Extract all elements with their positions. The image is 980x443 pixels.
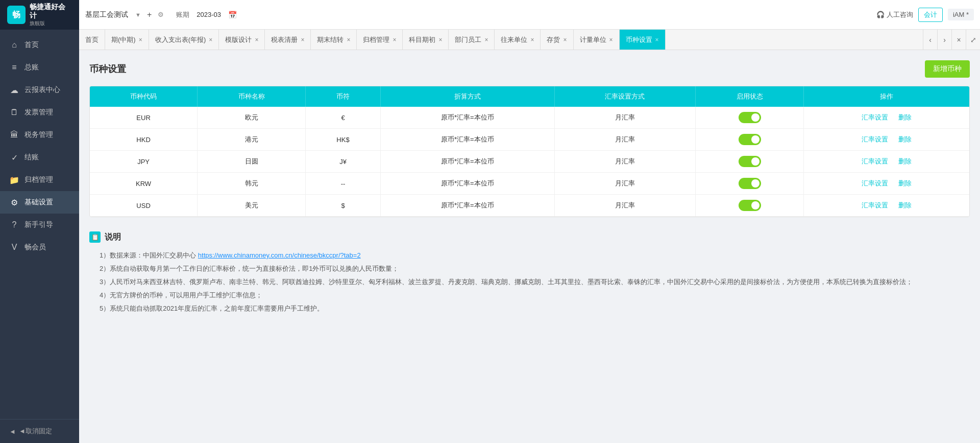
note-item-4: 4）无官方牌价的币种，可以用用户手工维护汇率信息； [100,289,970,302]
tab-label: 首页 [85,35,99,44]
close-tab-icon[interactable]: × [438,37,442,43]
sidebar-item-ledger[interactable]: ≡ 总账 [0,56,79,79]
tab-label: 计量单位 [580,35,606,44]
sidebar: 畅 畅捷通好会计 旗舰版 ⌂ 首页 ≡ 总账 ☁ 云报表中心 🗒 发票管理 🏛 … [0,0,79,443]
tab-expand-button[interactable]: ⤢ [966,30,980,50]
cloud-icon: ☁ [9,85,19,95]
sidebar-item-settle[interactable]: ✓ 结账 [0,146,79,169]
tax-icon: 🏛 [9,130,19,140]
tab-income[interactable]: 收入支出表(年报) × [149,30,219,50]
tab-close-all-button[interactable]: × [951,30,966,50]
tab-label: 模版设计 [225,35,252,44]
help-button[interactable]: 🎧 人工咨询 [876,10,913,19]
tab-label: 存货 [547,35,560,44]
notes-section: 📋 说明 1）数据来源：中国外汇交易中心 https://www.chinamo… [89,231,970,315]
col-symbol: 币符 [305,86,380,107]
project-dropdown-icon[interactable]: ▼ [135,12,141,18]
invoice-icon: 🗒 [9,107,19,118]
rate-setting-link-hkd[interactable]: 汇率设置 [862,135,888,143]
sidebar-item-guide[interactable]: ? 新手引导 [0,214,79,236]
close-tab-icon[interactable]: × [255,37,258,43]
tab-label: 收入支出表(年报) [155,35,206,44]
close-tab-icon[interactable]: × [393,37,396,43]
sidebar-pin-toggle[interactable]: ◄ ◄取消固定 [0,419,79,443]
notes-title: 说明 [105,232,121,243]
note-item-3: 3）人民币对马来西亚林吉特、俄罗斯卢布、南非兰特、韩元、阿联酋迪拉姆、沙特里亚尔… [100,275,970,289]
sidebar-item-label: 基础设置 [24,198,53,207]
settings-icon: ⚙ [9,197,19,207]
tab-inventory[interactable]: 存货 × [541,30,573,50]
close-tab-icon[interactable]: × [655,37,659,43]
topbar-right: 🎧 人工咨询 会计 iAM * [876,8,974,22]
cell-code: EUR [90,107,198,129]
tab-period[interactable]: 期(中期) × [105,30,149,50]
status-toggle-krw[interactable] [739,178,761,189]
close-tab-icon[interactable]: × [347,37,350,43]
tab-prev-button[interactable]: ‹ [923,30,937,50]
sidebar-item-home[interactable]: ⌂ 首页 [0,34,79,56]
sidebar-item-settings[interactable]: ⚙ 基础设置 [0,191,79,214]
tab-next-button[interactable]: › [937,30,951,50]
delete-link-jpy[interactable]: 删除 [898,157,912,165]
tab-customer[interactable]: 往来单位 × [495,30,541,50]
tab-currency[interactable]: 币种设置 × [620,30,666,50]
home-icon: ⌂ [9,40,19,50]
calendar-icon[interactable]: 📅 [228,11,237,19]
currency-table-container: 币种代码 币种名称 币符 折算方式 汇率设置方式 启用状态 操作 EUR 欧元 … [89,86,970,217]
cell-conversion: 原币*汇率=本位币 [381,151,555,173]
sidebar-item-label: 归档管理 [24,175,53,184]
rate-setting-link-krw[interactable]: 汇率设置 [862,179,888,187]
delete-link-hkd[interactable]: 删除 [898,135,912,143]
cell-name: 日圆 [198,151,306,173]
close-tab-icon[interactable]: × [301,37,304,43]
rate-setting-link-jpy[interactable]: 汇率设置 [862,157,888,165]
account-button[interactable]: 会计 [918,8,943,22]
tab-unit[interactable]: 计量单位 × [574,30,620,50]
notes-icon: 📋 [89,231,101,243]
close-tab-icon[interactable]: × [484,37,488,43]
sidebar-item-tax[interactable]: 🏛 税务管理 [0,124,79,146]
tab-label: 期末结转 [317,35,344,44]
chinamoney-link[interactable]: https://www.chinamoney.com.cn/chinese/bk… [198,251,361,259]
project-settings-icon[interactable]: ⚙ [158,11,164,18]
tab-home[interactable]: 首页 [79,30,105,50]
tab-subject[interactable]: 科目期初 × [403,30,449,50]
new-currency-button[interactable]: 新增币种 [925,60,970,78]
close-tab-icon[interactable]: × [209,37,212,43]
sidebar-item-archive[interactable]: 📁 归档管理 [0,169,79,191]
cell-symbol: HK$ [305,129,380,151]
sidebar-item-label: 结账 [24,153,39,162]
add-project-icon[interactable]: + [147,10,152,19]
sidebar-item-label: 新手引导 [24,220,53,229]
close-tab-icon[interactable]: × [609,37,613,43]
tab-template[interactable]: 模版设计 × [219,30,265,50]
status-toggle-hkd[interactable] [739,134,761,145]
status-toggle-jpy[interactable] [739,156,761,167]
close-tab-icon[interactable]: × [563,37,567,43]
cell-rate-type: 月汇率 [554,195,696,217]
tab-tax[interactable]: 税表清册 × [265,30,311,50]
sidebar-item-invoice[interactable]: 🗒 发票管理 [0,101,79,124]
close-tab-icon[interactable]: × [139,37,142,43]
close-tab-icon[interactable]: × [530,37,534,43]
delete-link-usd[interactable]: 删除 [898,201,912,209]
rate-setting-link-eur[interactable]: 汇率设置 [862,113,888,121]
sidebar-item-label: 云报表中心 [24,85,60,95]
cell-actions: 汇率设置 删除 [804,173,969,195]
sidebar-item-reports[interactable]: ☁ 云报表中心 [0,79,79,101]
tab-archive[interactable]: 归档管理 × [357,30,403,50]
rate-setting-link-usd[interactable]: 汇率设置 [862,201,888,209]
help-label: 人工咨询 [887,10,913,19]
sidebar-item-label: 税务管理 [24,130,53,139]
status-toggle-usd[interactable] [739,200,761,211]
table-body: EUR 欧元 € 原币*汇率=本位币 月汇率 汇率设置 删除 HKD 港元 HK… [90,107,969,217]
delete-link-eur[interactable]: 删除 [898,113,912,121]
sidebar-item-member[interactable]: V 畅会员 [0,236,79,259]
note-item-2: 2）系统自动获取每月第一个工作日的汇率标价，统一为直接标价法，即1外币可以兑换的… [100,262,970,275]
topbar: 基层工会测试 ▼ + ⚙ 账期 2023-03 📅 🎧 人工咨询 会计 iAM … [79,0,980,30]
tab-period-end[interactable]: 期末结转 × [311,30,357,50]
tab-dept[interactable]: 部门员工 × [449,30,495,50]
delete-link-krw[interactable]: 删除 [898,179,912,187]
archive-icon: 📁 [9,175,19,185]
status-toggle-eur[interactable] [739,112,761,123]
